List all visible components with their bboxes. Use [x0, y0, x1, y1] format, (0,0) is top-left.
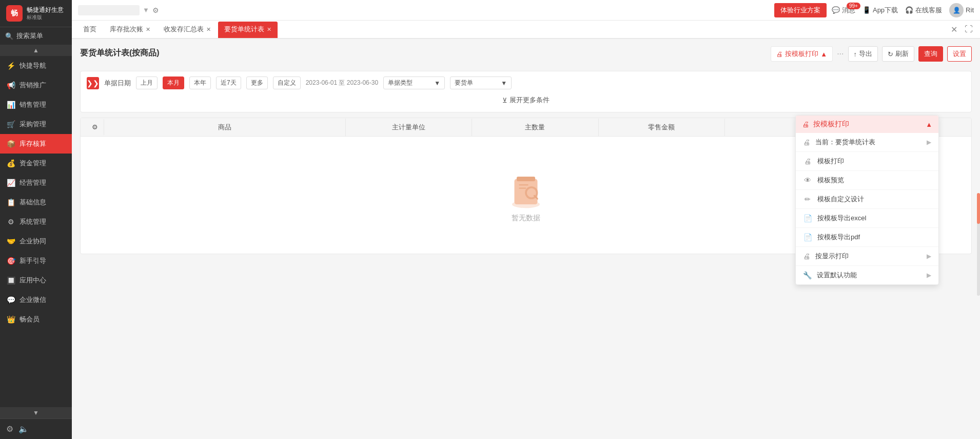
sidebar-item-purchase[interactable]: 🛒 采购管理 — [0, 114, 72, 134]
breadcrumb-input[interactable] — [78, 5, 140, 15]
sidebar-item-system[interactable]: ⚙ 系统管理 — [0, 212, 72, 232]
user-avatar[interactable]: 👤 Rit — [949, 3, 974, 17]
online-service-button[interactable]: 🎧 在线客服 — [905, 6, 942, 15]
tab-batch-account-label: 库存批次账 — [110, 25, 143, 34]
logo-icon: 畅 — [6, 5, 23, 22]
sidebar-search-label: 搜索菜单 — [16, 31, 43, 41]
tab-order-stats-label: 要货单统计表 — [224, 25, 264, 34]
sidebar-item-label: 库存核算 — [19, 139, 46, 148]
date-custom-button[interactable]: 自定义 — [273, 77, 301, 89]
action-bar: 🖨 按模板打印 ▲ ··· ↑ 导出 ↻ 刷新 查询 设置 — [771, 46, 972, 62]
dropdown-current-item[interactable]: 🖨 当前：要货单统计表 ▶ — [796, 133, 938, 152]
current-template-chevron: ▶ — [927, 139, 931, 146]
purchase-icon: 🛒 — [6, 120, 15, 128]
date-this-year-button[interactable]: 本年 — [189, 77, 211, 89]
filter-toggle-button[interactable]: ❯❯ — [87, 77, 99, 89]
dropdown-item-template-print[interactable]: 🖨 模板打印 — [796, 152, 938, 171]
topbar: ▼ ⚙ 体验行业方案 💬 消息 99+ 📱 App下载 🎧 在线客服 👤 Rit — [72, 0, 980, 21]
more-actions-icon[interactable]: ··· — [837, 49, 844, 59]
sidebar-item-member[interactable]: 👑 畅会员 — [0, 310, 72, 329]
sidebar-item-operations[interactable]: 📈 经营管理 — [0, 173, 72, 193]
maximize-window-button[interactable]: ⛶ — [963, 25, 975, 34]
sidebar-logo: 畅 畅捷通好生意 标准版 — [0, 0, 72, 27]
tab-receipt-summary[interactable]: 收发存汇总表 ✕ — [158, 22, 217, 38]
messages-button[interactable]: 💬 消息 99+ — [832, 6, 855, 15]
close-window-button[interactable]: ✕ — [949, 25, 959, 34]
tab-home-label: 首页 — [83, 25, 96, 34]
sidebar-scroll-up[interactable]: ▲ — [0, 45, 72, 56]
sidebar-item-finance[interactable]: 💰 资金管理 — [0, 154, 72, 173]
system-icon: ⚙ — [6, 218, 15, 226]
template-excel-icon: 📄 — [803, 214, 812, 222]
avatar-image: 👤 — [949, 3, 964, 17]
current-template-icon: 🖨 — [803, 138, 810, 146]
tabbar: 首页 库存批次账 ✕ 收发存汇总表 ✕ 要货单统计表 ✕ ✕ ⛶ — [72, 21, 980, 39]
display-print-icon: 🖨 — [803, 252, 810, 260]
doc-type-chevron-icon: ▼ — [434, 80, 440, 87]
scrollbar-thumb[interactable] — [977, 193, 980, 224]
date-more-button[interactable]: 更多 — [246, 77, 268, 89]
query-button[interactable]: 查询 — [918, 46, 943, 62]
dropdown-item-template-preview[interactable]: 👁 模板预览 — [796, 171, 938, 190]
dropdown-set-default[interactable]: 🔧 设置默认功能 ▶ — [796, 266, 938, 284]
sidebar-item-label: 畅会员 — [19, 315, 40, 324]
topbar-right: 💬 消息 99+ 📱 App下载 🎧 在线客服 👤 Rit — [832, 3, 974, 17]
breadcrumb: ▼ ⚙ — [78, 5, 769, 15]
sidebar-item-sales[interactable]: 📊 销售管理 — [0, 95, 72, 114]
export-button[interactable]: ↑ 导出 — [848, 46, 878, 62]
date-range-display: 2023-06-01 至 2023-06-30 — [306, 79, 378, 87]
tab-order-stats[interactable]: 要货单统计表 ✕ — [218, 22, 278, 38]
expand-filter-button[interactable]: ⊻ 展开更多条件 — [496, 93, 556, 107]
dropdown-close-chevron[interactable]: ▲ — [926, 121, 932, 128]
industry-plan-button[interactable]: 体验行业方案 — [774, 3, 827, 17]
sidebar-scroll-down[interactable]: ▼ — [0, 407, 72, 418]
dropdown-header[interactable]: 🖨 按模板打印 ▲ — [796, 116, 938, 133]
sidebar-item-label: 新手引导 — [19, 256, 46, 265]
tab-order-stats-close[interactable]: ✕ — [267, 26, 271, 33]
doc-type-select[interactable]: 单据类型 ▼ — [383, 77, 445, 89]
refresh-button[interactable]: ↻ 刷新 — [882, 46, 914, 62]
expand-icon: ⊻ — [502, 97, 507, 104]
sidebar-search[interactable]: 🔍 搜索菜单 — [0, 27, 72, 45]
sidebar-item-apps[interactable]: 🔲 应用中心 — [0, 271, 72, 290]
sidebar-item-marketing[interactable]: 📢 营销推广 — [0, 75, 72, 95]
col-qty: 主数量 — [472, 119, 598, 136]
service-icon: 🎧 — [905, 6, 913, 14]
settings-button[interactable]: 设置 — [947, 46, 972, 62]
template-pdf-label: 按模板导出pdf — [817, 233, 860, 242]
dropdown-item-template-custom[interactable]: ✏ 模板自定义设计 — [796, 190, 938, 209]
app-download-button[interactable]: 📱 App下载 — [863, 6, 898, 15]
order-status-select[interactable]: 要货单 ▼ — [450, 77, 512, 89]
dropdown-item-template-excel[interactable]: 📄 按模板导出excel — [796, 209, 938, 228]
sidebar-item-basic[interactable]: 📋 基础信息 — [0, 193, 72, 212]
settings-gear-icon[interactable]: ⚙ — [152, 6, 159, 14]
tab-batch-account-close[interactable]: ✕ — [146, 26, 150, 33]
basic-icon: 📋 — [6, 198, 15, 206]
date-this-month-button[interactable]: 本月 — [163, 77, 184, 89]
sidebar-item-label: 基础信息 — [19, 198, 46, 207]
template-pdf-icon: 📄 — [803, 233, 812, 241]
date-last-month-button[interactable]: 上月 — [136, 77, 158, 89]
quick-nav-icon: ⚡ — [6, 62, 15, 70]
audio-icon[interactable]: 🔈 — [18, 424, 29, 434]
sidebar-item-label: 销售管理 — [19, 100, 46, 109]
dropdown-title: 按模板打印 — [813, 120, 849, 129]
sidebar-item-inventory[interactable]: 📦 库存核算 — [0, 134, 72, 154]
sidebar-item-label: 企业协同 — [19, 237, 46, 246]
tab-receipt-summary-close[interactable]: ✕ — [206, 26, 211, 33]
sidebar-item-collab[interactable]: 🤝 企业协同 — [0, 232, 72, 251]
sidebar-item-wechat[interactable]: 💬 企业微信 — [0, 290, 72, 310]
tab-batch-account[interactable]: 库存批次账 ✕ — [104, 22, 156, 38]
dropdown-item-template-pdf[interactable]: 📄 按模板导出pdf — [796, 228, 938, 247]
template-print-icon: 🖨 — [803, 157, 812, 165]
print-button[interactable]: 🖨 按模板打印 ▲ — [771, 46, 833, 62]
date-7days-button[interactable]: 近7天 — [216, 77, 241, 89]
main-area: ▼ ⚙ 体验行业方案 💬 消息 99+ 📱 App下载 🎧 在线客服 👤 Rit — [72, 0, 980, 439]
sidebar-item-guide[interactable]: 🎯 新手引导 — [0, 251, 72, 271]
settings-icon[interactable]: ⚙ — [6, 424, 13, 434]
dropdown-display-print[interactable]: 🖨 按显示打印 ▶ — [796, 247, 938, 266]
logo-text: 畅捷通好生意 — [27, 6, 64, 14]
tab-home[interactable]: 首页 — [77, 22, 103, 38]
col-gear[interactable]: ⚙ — [86, 119, 104, 135]
sidebar-item-quick-nav[interactable]: ⚡ 快捷导航 — [0, 56, 72, 75]
